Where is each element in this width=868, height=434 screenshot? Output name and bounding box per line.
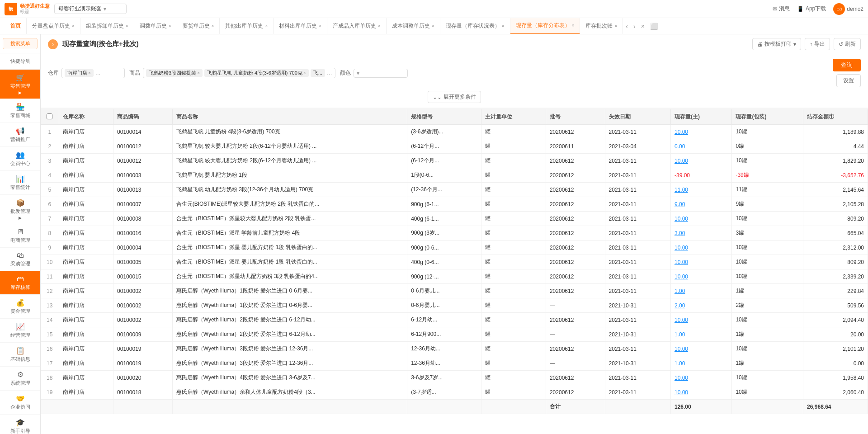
row-qty-main[interactable]: 1.00 [670,327,731,342]
org-selector[interactable]: 母婴行业演示账套 ▾ [54,4,127,14]
close-icon[interactable]: × [378,24,381,28]
nav-next-arrow[interactable]: › [631,23,638,30]
table-row: 5 南岸门店 00100013 飞鹤星飞帆 幼儿配方奶粉 3段(12-36个月幼… [41,183,868,197]
sidebar-item-retail-mgmt[interactable]: 🛒 零售管理 ▶ [0,70,40,99]
row-qty-main[interactable]: 3.00 [670,226,731,241]
tab-t1[interactable]: 分量盘点单历史 × [27,18,80,34]
row-amount: 229.84 [803,284,868,298]
row-qty-main[interactable]: 10.00 [670,125,731,139]
close-icon[interactable]: × [169,24,171,28]
close-icon[interactable]: × [265,24,268,28]
close-icon[interactable]: × [572,23,575,28]
tab-t9[interactable]: 现存量（库存状况表） × [440,18,510,34]
search-menu-button[interactable]: 搜索菜单 [3,38,38,49]
remove-tag-icon[interactable]: × [303,71,306,75]
query-button[interactable]: 查询 [833,59,861,71]
row-qty-main[interactable]: 11.00 [670,183,731,197]
sidebar-item-label: 零售管理 [10,83,30,90]
tab-t7[interactable]: 产成品入库单历史 × [327,18,387,34]
row-qty-main[interactable]: 10.00 [670,255,731,269]
row-expire: 2021-03-04 [605,139,670,154]
sidebar-item-retail-stats[interactable]: 📊 零售统计 [0,171,40,195]
remove-tag-icon[interactable]: × [88,71,91,75]
ecommerce-icon: 🖥 [17,228,24,236]
fullscreen-icon[interactable]: ⬜ [647,23,660,30]
sidebar-item-marketing[interactable]: 📢 营销推广 [0,123,40,147]
tab-home[interactable]: 首页 [5,18,27,34]
tab-t4[interactable]: 要货单历史 × [177,18,220,34]
close-icon[interactable]: × [319,24,321,28]
product-tags[interactable]: 飞鹤奶粉3段四罐提装 × 飞鹤星飞帆 儿童奶粉 4段(3-6岁适用) 700克 … [143,68,335,78]
row-qty-main[interactable]: -39.00 [670,168,731,183]
row-qty-main[interactable]: 1.00 [670,284,731,298]
row-qty-main[interactable]: 10.00 [670,241,731,255]
remove-tag-icon[interactable]: × [197,71,200,75]
row-qty-main[interactable]: 10.00 [670,342,731,356]
sidebar-item-finance[interactable]: 💰 资金管理 [0,295,40,319]
quick-nav-button[interactable]: 快捷导航 [0,55,40,67]
nav-prev-arrow[interactable]: ‹ [623,23,631,30]
row-expire: 2021-03-11 [605,226,670,241]
row-spec: 900g (12-... [407,269,481,284]
sidebar-item-newbie[interactable]: 🎓 新手引导 [0,415,40,434]
select-all-checkbox[interactable] [47,113,52,119]
row-qty-main[interactable]: 10.00 [670,269,731,284]
sidebar-item-purchase[interactable]: 🛍 采购管理 [0,248,40,271]
tab-t11[interactable]: 库存批次账 × [580,18,623,34]
app-download-btn[interactable]: 📱 App下载 [797,5,826,13]
settings-button[interactable]: 设置 [836,74,861,87]
row-qty-main[interactable]: 9.00 [670,197,731,212]
table-row: 13 南岸门店 00100002 惠氏启醇（Wyeth illuma）1段奶粉 … [41,298,868,313]
message-btn[interactable]: ✉ 消息 [773,5,790,13]
filter-more-icon[interactable]: … [327,70,332,76]
refresh-button[interactable]: ↺ 刷新 [834,38,861,50]
filter-more-icon[interactable]: … [95,70,101,76]
tab-t5[interactable]: 其他出库单历史 × [220,18,274,34]
sidebar-item-enterprise[interactable]: 🤝 企业协同 [0,391,40,415]
sidebar-item-inventory[interactable]: 🗃 库存核算 [0,271,40,295]
row-no: 5 [41,183,59,197]
row-qty-main[interactable]: 10.00 [670,385,731,400]
row-qty-main[interactable]: 0.00 [670,139,731,154]
filter-row: 仓库 南岸门店 × … 商品 飞鹤奶粉3段四罐提装 × [48,59,861,87]
user-area[interactable]: Ea demo2 [833,3,863,15]
print-button[interactable]: 🖨 按模板打印 ▾ [752,38,801,50]
expand-more-conditions-btn[interactable]: ⌄⌄ 展开更多条件 [428,91,481,103]
tab-t2[interactable]: 组装拆卸单历史 × [80,18,134,34]
close-tab-icon[interactable]: × [638,23,647,30]
color-tags[interactable]: ▾ [354,69,408,78]
row-qty-main[interactable]: 10.00 [670,371,731,385]
sidebar-item-wholesale[interactable]: 📦 批发管理 ▶ [0,195,40,224]
row-qty-main[interactable]: 2.00 [670,298,731,313]
tab-t3[interactable]: 调拨单历史 × [134,18,177,34]
table-row: 11 南岸门店 00100015 合生元（BIOSTIME）派星幼儿配方奶粉 3… [41,269,868,284]
close-icon[interactable]: × [212,24,214,28]
row-qty-main[interactable]: 10.00 [670,154,731,168]
close-icon[interactable]: × [72,24,75,28]
tab-t8[interactable]: 成本调整单历史 × [387,18,440,34]
sidebar-item-operations[interactable]: 📈 经营管理 [0,319,40,343]
row-name: 惠氏启醇（Wyeth illuma）2段奶粉 爱尔兰进口 6-12月幼... [172,313,407,327]
row-name: 惠氏启醇（Wyeth illuma）4段奶粉 爱尔兰进口 3-6岁及7... [172,371,407,385]
row-name: 合生元(BIOSTIME)派星较大婴儿配方奶粉 2段 乳铁蛋白的... [172,197,407,212]
row-code: 00100016 [113,226,173,241]
sidebar-item-system[interactable]: ⚙ 系统管理 [0,367,40,391]
row-qty-main[interactable]: 10.00 [670,313,731,327]
sidebar-item-basic[interactable]: 📋 基础信息 [0,343,40,367]
close-icon[interactable]: × [502,24,505,28]
export-button[interactable]: ↑ 导出 [805,38,830,50]
sidebar-item-ecommerce[interactable]: 🖥 电商管理 [0,224,40,248]
close-icon[interactable]: × [126,24,128,28]
row-warehouse: 南岸门店 [59,255,113,269]
expand-sidebar-btn[interactable]: › [48,39,58,49]
close-icon[interactable]: × [614,24,617,28]
sidebar-item-member[interactable]: 👥 会员中心 [0,147,40,171]
tab-t10[interactable]: 现存量（库存分布表） × [510,18,580,34]
row-qty-main[interactable]: 10.00 [670,212,731,226]
row-qty-main[interactable]: 1.00 [670,356,731,371]
close-icon[interactable]: × [432,24,434,28]
sidebar-item-retail-shop[interactable]: 🏪 零售商城 [0,99,40,123]
warehouse-tags[interactable]: 南岸门店 × … [61,68,125,78]
tab-t6[interactable]: 材料出库单历史 × [274,18,327,34]
row-unit: 罐 [481,327,546,342]
